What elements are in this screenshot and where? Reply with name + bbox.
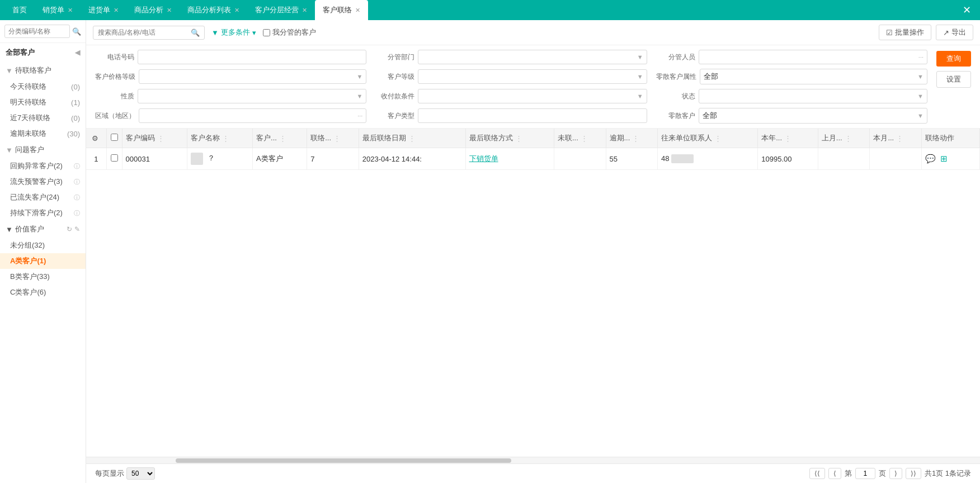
filter-row-person: 分管人员 ··· [656,50,927,64]
col-settings[interactable]: ⚙ [86,129,106,148]
per-page-select[interactable]: 50 20 100 [126,467,155,480]
nav-tab-4[interactable]: 客户分层经营 ✕ [247,0,315,20]
filter-search-box[interactable]: 🔍 [93,26,205,40]
query-button[interactable]: 查询 [936,51,971,67]
col-resize-7[interactable]: ⋮ [581,134,583,143]
sidebar-item-repurchase-abnormal[interactable]: 回购异常客户(2) ⓘ [0,158,86,174]
filter-customer-type-select[interactable] [418,108,647,123]
col-resize-12[interactable]: ⋮ [896,134,898,143]
close-tab-4[interactable]: ✕ [302,7,307,14]
close-tab-2[interactable]: ✕ [167,7,172,14]
filter-search-input[interactable] [98,29,191,36]
filter-search-icon[interactable]: 🔍 [191,29,200,37]
col-resize-10[interactable]: ⋮ [784,134,786,143]
nav-tab-3[interactable]: 商品分析列表 ✕ [180,0,247,20]
page-input[interactable] [855,468,875,479]
chevron-down-icon: ▼ [637,54,643,60]
col-no-contact: 未联... ⋮ [554,129,606,148]
problem-group-header[interactable]: ▼ 问题客户 [0,141,86,158]
select-all-checkbox[interactable] [111,134,118,141]
sidebar-item-7days-contact[interactable]: 近7天待联络 (0) [0,110,86,126]
filter-retail-select[interactable]: 全部 ▼ [699,108,927,124]
sidebar-item-unclassified[interactable]: 未分组(32) [0,238,86,253]
filter-payment-select[interactable]: ▼ [418,89,647,103]
col-resize-8[interactable]: ⋮ [632,134,634,143]
value-refresh-icon[interactable]: ↻ [67,225,72,233]
nav-tab-2[interactable]: 商品分析 ✕ [126,0,180,20]
chevron-down-icon-2: ▼ [356,73,362,80]
col-resize-11[interactable]: ⋮ [845,134,847,143]
filter-dept-select[interactable]: ▼ [418,50,647,64]
col-resize-2[interactable]: ⋮ [222,134,224,143]
filter-person-select[interactable]: ··· [699,50,927,64]
filter-region-select[interactable]: ··· [139,108,366,123]
table-wrapper: ⚙ 客户编码 ⋮ 客户名称 [86,129,980,457]
row-this-year: 10995.00 [758,148,818,170]
close-tab-5[interactable]: ✕ [355,7,360,14]
chat-icon[interactable]: 💬 [925,154,936,164]
sidebar-item-b-class[interactable]: B类客户(33) [0,269,86,285]
nav-tab-5[interactable]: 客户联络 ✕ [315,0,368,20]
row-name[interactable]: ？ [187,148,253,170]
col-resize-3[interactable]: ⋮ [279,134,281,143]
all-customers-title[interactable]: 全部客户 ◀ [0,43,86,62]
ellipsis-icon: ··· [918,54,924,60]
my-customers-check[interactable] [263,29,270,36]
row-last-contact-method[interactable]: 下销货单 [465,148,554,170]
filter-retail-attr-select[interactable]: 全部 ▼ [700,69,927,84]
grid-icon[interactable]: ⊞ [940,154,948,164]
first-page-btn[interactable]: ⟨⟨ [809,468,825,479]
settings-icon[interactable]: ⚙ [92,134,98,143]
sidebar-item-today-contact[interactable]: 今天待联络 (0) [0,79,86,94]
filter-price-level-select[interactable]: ▼ [139,69,366,84]
sidebar-search-icon[interactable]: 🔍 [72,27,81,36]
sidebar-item-c-class[interactable]: C类客户(6) [0,285,86,300]
batch-op-btn[interactable]: ☑ 批量操作 [879,25,931,40]
col-this-month: 本月... ⋮ [870,129,922,148]
nav-home[interactable]: 首页 [4,0,35,20]
close-all-tabs[interactable]: ✕ [958,4,976,16]
sidebar-search-input[interactable] [4,25,70,38]
sidebar-item-declining[interactable]: 持续下滑客户(2) ⓘ [0,205,86,221]
next-page-btn[interactable]: ⟩ [889,468,902,479]
col-resize-9[interactable]: ⋮ [714,134,717,143]
filter-row-retail: 零散客户 全部 ▼ [656,108,927,124]
prev-page-btn[interactable]: ⟨ [828,468,841,479]
value-edit-icon[interactable]: ✎ [74,225,80,233]
export-btn[interactable]: ↗ 导出 [936,25,973,40]
sidebar-item-a-class[interactable]: A类客户(1) [0,253,86,269]
filter-customer-level-select[interactable]: ▼ [418,69,647,84]
filter-phone-input[interactable] [138,50,366,64]
sidebar-item-tomorrow-contact[interactable]: 明天待联络 (1) [0,94,86,110]
col-resize-1[interactable]: ⋮ [157,134,159,143]
col-resize-6[interactable]: ⋮ [515,134,517,143]
info-icon-3: ⓘ [74,193,80,202]
sidebar-item-churn-warning[interactable]: 流失预警客户(3) ⓘ [0,174,86,190]
filter-nature-select[interactable]: ▼ [138,89,366,103]
close-tab-3[interactable]: ✕ [234,7,239,14]
filter-row-dept: 分管部门 ▼ [375,50,647,64]
horizontal-scrollbar[interactable] [86,457,980,463]
status-bar: 每页显示 50 20 100 ⟨⟨ ⟨ 第 页 ⟩ ⟩⟩ 共1页 1条记录 [86,463,980,483]
sidebar-item-overdue-contact[interactable]: 逾期未联络 (30) [0,126,86,141]
settings-button[interactable]: 设置 [936,71,971,88]
close-tab-0[interactable]: ✕ [68,7,73,14]
chevron-down-icon-7: ▼ [917,93,924,100]
close-tab-1[interactable]: ✕ [114,7,119,14]
chevron-down-icon-4: ▼ [917,73,924,80]
scrollbar-thumb[interactable] [176,458,511,463]
row-checkbox-cell [106,148,122,170]
sidebar-item-churned[interactable]: 已流失客户(24) ⓘ [0,190,86,205]
last-page-btn[interactable]: ⟩⟩ [906,468,921,479]
filter-status-select[interactable]: ▼ [699,89,927,103]
row-checkbox[interactable] [111,154,118,162]
contact-group-header[interactable]: ▼ 待联络客户 [0,62,86,79]
col-overdue: 逾期... ⋮ [606,129,658,148]
col-resize-4[interactable]: ⋮ [333,134,336,143]
col-this-year: 本年... ⋮ [758,129,818,148]
row-this-month [870,148,922,170]
nav-tab-1[interactable]: 进货单 ✕ [81,0,126,20]
col-resize-5[interactable]: ⋮ [408,134,411,143]
nav-tab-0[interactable]: 销货单 ✕ [35,0,81,20]
filter-more-btn[interactable]: ▼ 更多条件 ▾ [211,27,256,37]
